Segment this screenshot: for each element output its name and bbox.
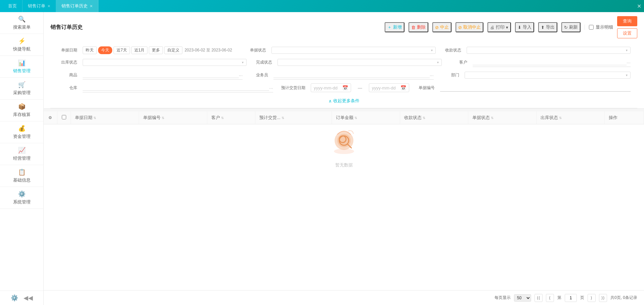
th-outbound-status[interactable]: 出库状态 ⇅ (536, 111, 604, 124)
collapse-bar[interactable]: ∧ 收起更多条件 (57, 96, 631, 104)
import-button[interactable]: ⬇ 导入 (515, 22, 534, 32)
stop-button[interactable]: ⊘ 中止 (432, 22, 452, 32)
warehouse-input[interactable] (83, 83, 269, 91)
order-status-select[interactable]: ▾ (271, 47, 435, 54)
per-page-select[interactable]: 50 100 200 (514, 294, 531, 302)
outbound-select[interactable]: ▾ (83, 59, 247, 66)
customer-dots[interactable]: ... (627, 59, 631, 64)
sort-outbound-status-icon[interactable]: ⇅ (559, 116, 562, 120)
date-custom-btn[interactable]: 自定义 (164, 46, 182, 54)
delivery-date-label: 预计交货日期 (278, 85, 305, 91)
delivery-date-to[interactable]: yyyy-mm-dd 📅 (369, 83, 409, 92)
delivery-date-from[interactable]: yyyy-mm-dd 📅 (311, 83, 351, 92)
date-more-btn[interactable]: 更多 (149, 46, 163, 54)
select-all-checkbox[interactable] (62, 115, 66, 119)
date-yesterday-btn[interactable]: 昨天 (83, 46, 97, 54)
purchase-mgmt-icon: 🛒 (18, 81, 26, 88)
sort-delivery-date-icon[interactable]: ⇅ (282, 116, 284, 120)
calendar-to-icon[interactable]: 📅 (400, 85, 406, 90)
print-button[interactable]: 🖨 打印 ▾ (487, 22, 511, 32)
page-prev-btn[interactable]: ⟨ (546, 294, 554, 302)
export-button[interactable]: ⬆ 导出 (538, 22, 557, 32)
filter-area: 单据日期 昨天 今天 近7天 近1月 更多 自定义 2023-06-02 至 2… (50, 42, 637, 108)
product-input[interactable] (83, 70, 239, 78)
th-order-date[interactable]: 单据日期 ⇅ (71, 111, 139, 124)
query-button[interactable]: 查询 (617, 16, 637, 26)
order-no-input[interactable] (440, 84, 631, 91)
order-status-label: 单据状态 (246, 47, 266, 53)
sidebar-volume-icon[interactable]: ◀◀ (24, 294, 33, 302)
stop-label: 中止 (440, 24, 449, 30)
sort-order-no-icon[interactable]: ⇅ (162, 116, 164, 120)
sidebar-bottom: ⚙️ ◀◀ (0, 291, 43, 305)
set-button[interactable]: 设置 (617, 28, 637, 38)
date-quick-btns: 昨天 今天 近7天 近1月 更多 自定义 (83, 46, 182, 54)
date-today-btn[interactable]: 今天 (98, 46, 112, 54)
th-customer[interactable]: 客户 ⇅ (207, 111, 255, 124)
product-label: 商品 (57, 72, 77, 78)
empty-text: 暂无数据 (335, 162, 353, 168)
sidebar-item-sys-mgmt[interactable]: ⚙️ 系统管理 (0, 187, 43, 209)
completion-chevron: ▾ (437, 61, 439, 64)
date-7days-btn[interactable]: 近7天 (114, 46, 130, 54)
window-close-btn[interactable]: ✕ (637, 3, 641, 9)
table-wrapper: ⚙ 单据日期 ⇅ 单据编号 ⇅ (44, 111, 644, 305)
page-last-btn[interactable]: ⟩⟩ (599, 294, 607, 302)
cancel-stop-button[interactable]: ⊘ 取消中止 (456, 22, 483, 32)
sidebar-settings-icon[interactable]: ⚙️ (11, 294, 18, 302)
sort-order-date-icon[interactable]: ⇅ (93, 116, 96, 120)
tab-sales-order-history[interactable]: 销售订单历史 ✕ (56, 0, 98, 12)
outbound-chevron: ▾ (242, 61, 244, 64)
sidebar-item-basic-info[interactable]: 📋 基础信息 (0, 165, 43, 187)
sidebar-item-quick-nav[interactable]: ⚡ 快捷导航 (0, 34, 43, 56)
tab-sales-order-close[interactable]: ✕ (47, 4, 50, 8)
sort-order-status-icon[interactable]: ⇅ (491, 116, 493, 120)
sidebar-item-purchase-mgmt[interactable]: 🛒 采购管理 (0, 78, 43, 100)
receipt-status-select[interactable]: ▾ (467, 47, 631, 54)
page-input[interactable]: 1 (565, 294, 577, 302)
sidebar-item-operations[interactable]: 📈 经营管理 (0, 143, 43, 165)
completion-select[interactable]: ▾ (277, 59, 441, 66)
refresh-icon: ↻ (564, 25, 568, 30)
th-amount[interactable]: 订单金额 ⇅ (332, 111, 400, 124)
sort-receipt-status-icon[interactable]: ⇅ (423, 116, 425, 120)
tab-home[interactable]: 首页 (3, 0, 23, 12)
tab-sales-order[interactable]: 销售订单 ✕ (23, 0, 56, 12)
checkbox-th[interactable] (57, 111, 71, 124)
delete-button[interactable]: 🗑 删除 (409, 22, 428, 32)
customer-input[interactable] (473, 58, 627, 65)
calendar-from-icon[interactable]: 📅 (342, 85, 348, 90)
display-detail-checkbox[interactable] (589, 25, 594, 30)
salesman-dots[interactable]: ... (430, 72, 434, 77)
product-dots[interactable]: ... (239, 72, 243, 77)
total-text: 共0页, 0条记录 (610, 295, 637, 301)
sidebar-item-search-menu[interactable]: 🔍 搜索菜单 (0, 12, 43, 34)
tab-sales-order-history-close[interactable]: ✕ (90, 4, 93, 8)
settings-th[interactable]: ⚙ (44, 111, 57, 124)
page-next-btn[interactable]: ⟩ (588, 294, 596, 302)
print-icon: 🖨 (490, 25, 495, 30)
th-order-no-label: 单据编号 (143, 115, 161, 120)
dept-select[interactable]: ▾ (465, 72, 631, 79)
sidebar-item-sales-mgmt-label: 销售管理 (13, 68, 31, 74)
sort-customer-icon[interactable]: ⇅ (221, 116, 224, 120)
sidebar-item-sales-mgmt[interactable]: 📊 销售管理 (0, 56, 43, 78)
sidebar-item-inventory[interactable]: 📦 库存核算 (0, 100, 43, 121)
sidebar-item-finance[interactable]: 💰 资金管理 (0, 121, 43, 143)
add-button[interactable]: ＋ 新增 (385, 22, 404, 32)
th-receipt-status[interactable]: 收款状态 ⇅ (400, 111, 468, 124)
cancel-stop-icon: ⊘ (458, 25, 462, 30)
date-range-text: 2023-06-02 至 2023-06-02 (184, 47, 232, 53)
sort-amount-icon[interactable]: ⇅ (354, 116, 357, 120)
print-dropdown-icon: ▾ (506, 25, 508, 30)
refresh-button[interactable]: ↻ 刷新 (561, 22, 581, 32)
th-order-no[interactable]: 单据编号 ⇅ (139, 111, 207, 124)
warehouse-dots[interactable]: ... (269, 84, 273, 90)
th-delivery-date[interactable]: 预计交货... ⇅ (255, 111, 332, 124)
order-no-label: 单据编号 (415, 85, 435, 91)
date-1month-btn[interactable]: 近1月 (131, 46, 148, 54)
th-order-status[interactable]: 单据状态 ⇅ (468, 111, 536, 124)
page-first-btn[interactable]: ⟨⟨ (534, 294, 543, 302)
th-order-date-label: 单据日期 (75, 115, 92, 120)
salesman-input[interactable] (273, 70, 430, 78)
